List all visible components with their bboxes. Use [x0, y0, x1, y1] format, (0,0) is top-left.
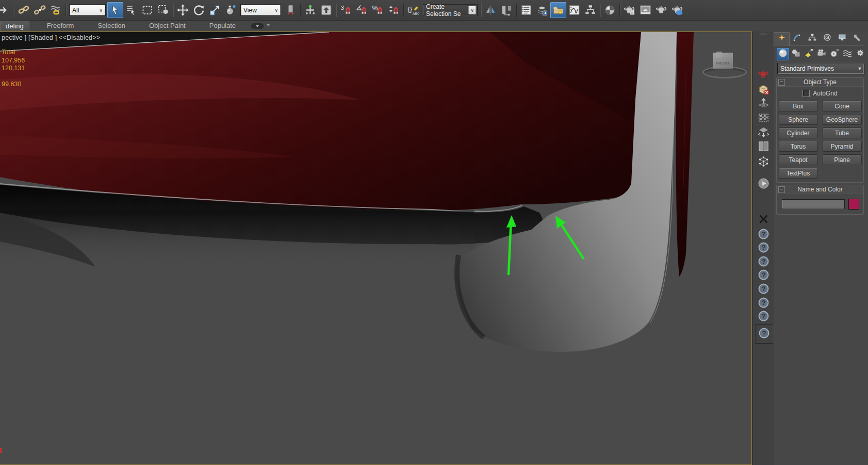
select-and-link-button[interactable]	[16, 2, 32, 18]
select-and-scale-button[interactable]	[207, 2, 223, 18]
autogrid-checkbox[interactable]	[803, 90, 810, 97]
play-script-button[interactable]	[755, 178, 772, 191]
spinner-snap-button[interactable]	[386, 2, 402, 18]
bind-space-warp-button[interactable]	[48, 2, 64, 18]
viewport-label[interactable]: pective ] [Shaded ] <<Disabled>>	[2, 34, 100, 41]
use-pivot-point-center-button[interactable]	[283, 2, 299, 18]
missing-script-button[interactable]: ?	[755, 324, 773, 344]
toolbar-grip[interactable]	[760, 34, 767, 35]
use-pivot-point-center-icon	[285, 4, 297, 16]
angle-snap-button[interactable]	[354, 2, 370, 18]
tab-hierarchy[interactable]	[805, 32, 820, 46]
align-button[interactable]	[499, 2, 515, 18]
primitive-button-tube[interactable]: Tube	[823, 127, 862, 138]
select-object-button[interactable]	[107, 2, 123, 18]
select-and-manipulate-button[interactable]	[302, 2, 318, 18]
move-checker-button[interactable]	[755, 126, 772, 139]
tab-create[interactable]	[774, 32, 790, 46]
primitive-button-pyramid[interactable]: Pyramid	[823, 141, 862, 152]
select-by-name-button[interactable]	[123, 2, 139, 18]
render-teapot-button[interactable]	[755, 69, 772, 82]
rect-selection-region-button[interactable]	[139, 2, 155, 18]
edit-named-selection-sets-button[interactable]: {}ABC	[405, 2, 421, 18]
cat-spacewarps[interactable]	[841, 48, 854, 60]
select-and-rotate-button[interactable]	[191, 2, 207, 18]
keyboard-override-button[interactable]	[318, 2, 334, 18]
schematic-view-button[interactable]	[582, 2, 598, 18]
ribbon-tab-populate[interactable]: Populate	[203, 21, 242, 31]
checker-selection-button[interactable]	[755, 111, 772, 125]
lattice-icon	[758, 155, 769, 169]
object-type-rollout-header[interactable]: − Object Type	[777, 78, 863, 87]
primitive-button-textplus[interactable]: TextPlus	[779, 168, 818, 179]
mirror-button[interactable]	[483, 2, 499, 18]
ribbon-tab-deling[interactable]: deling	[0, 21, 29, 32]
missing-script-button[interactable]: ?	[755, 297, 772, 310]
primitive-button-geosphere[interactable]: GeoSphere	[823, 114, 862, 125]
name-color-rollout-header[interactable]: − Name and Color	[777, 185, 863, 194]
toggle-scene-explorer-button[interactable]	[550, 2, 566, 18]
chevron-down-icon: ∨	[97, 8, 104, 13]
primitive-button-sphere[interactable]: Sphere	[779, 114, 818, 125]
toggle-layer-explorer-button[interactable]	[534, 2, 550, 18]
cat-shapes[interactable]	[790, 48, 802, 60]
cat-geometry[interactable]	[777, 48, 789, 60]
tab-modify[interactable]	[790, 32, 805, 46]
delete-box-button[interactable]	[755, 83, 772, 97]
snap-toggle-3d-button[interactable]: 3	[338, 2, 354, 18]
primitives-dropdown[interactable]: Standard Primitives ▼	[777, 63, 864, 74]
missing-script-button[interactable]: ?	[755, 269, 772, 283]
render-production-button[interactable]	[653, 2, 669, 18]
viewport-canvas[interactable]	[0, 32, 751, 463]
cat-systems[interactable]	[854, 48, 866, 60]
material-editor-button[interactable]	[602, 2, 618, 18]
layer-explorer-button[interactable]	[518, 2, 534, 18]
primitive-button-cone[interactable]: Cone	[823, 101, 862, 111]
primitive-button-box[interactable]: Box	[779, 101, 818, 111]
cat-cameras[interactable]	[815, 48, 828, 60]
missing-script-button[interactable]: ?	[755, 242, 772, 255]
selection-filter-dropdown[interactable]: All∨	[69, 4, 106, 16]
missing-script-button[interactable]: ?	[755, 255, 772, 269]
primitive-button-plane[interactable]: Plane	[823, 154, 862, 165]
viewcube-cube[interactable]: FRONT	[713, 53, 733, 69]
missing-script-button[interactable]: ?	[755, 283, 772, 296]
select-and-move-button[interactable]	[175, 2, 191, 18]
cat-lights[interactable]	[803, 48, 815, 60]
ribbon-tab-object-paint[interactable]: Object Paint	[143, 21, 192, 31]
primitive-button-teapot[interactable]: Teapot	[779, 154, 818, 165]
grid-arrow-button[interactable]	[755, 97, 772, 110]
primitive-button-torus[interactable]: Torus	[779, 141, 818, 152]
tab-display[interactable]	[834, 32, 849, 46]
curve-editor-button[interactable]	[566, 2, 582, 18]
tab-motion[interactable]	[820, 32, 834, 46]
unlink-selection-button[interactable]	[32, 2, 48, 18]
window-crossing-button[interactable]	[155, 2, 171, 18]
redo-button[interactable]	[0, 2, 12, 18]
missing-script-button[interactable]: ?	[755, 228, 772, 242]
lattice-button[interactable]	[755, 155, 772, 169]
ribbon-options-caret[interactable]	[267, 24, 270, 28]
reference-coordinate-dropdown[interactable]: View∨	[240, 4, 281, 16]
align-icon	[501, 4, 513, 16]
tab-utilities[interactable]	[849, 32, 864, 46]
named-selection-set-dropdown[interactable]: Create Selection Se∨	[423, 4, 478, 16]
primitive-button-cylinder[interactable]: Cylinder	[779, 127, 818, 138]
render-in-cloud-button[interactable]	[669, 2, 685, 18]
missing-script-button[interactable]: ?	[755, 311, 772, 324]
toolbar-separator	[618, 4, 621, 17]
minimize-ribbon-button[interactable]	[251, 23, 264, 29]
dual-panels-button[interactable]	[755, 140, 772, 154]
viewcube[interactable]: FRONT	[701, 52, 746, 76]
viewport[interactable]: pective ] [Shaded ] <<Disabled>> Total10…	[0, 31, 752, 465]
ribbon-tab-selection[interactable]: Selection	[91, 21, 131, 31]
ribbon-tab-freeform[interactable]: Freeform	[41, 21, 80, 31]
render-setup-button[interactable]	[621, 2, 637, 18]
object-color-swatch[interactable]	[848, 199, 859, 210]
object-name-field[interactable]	[782, 199, 845, 209]
percent-snap-button[interactable]: %	[370, 2, 386, 18]
rendered-frame-window-button[interactable]	[637, 2, 653, 18]
close-x-button[interactable]	[755, 213, 772, 227]
select-and-place-button[interactable]	[223, 2, 239, 18]
cat-helpers[interactable]	[828, 48, 841, 60]
